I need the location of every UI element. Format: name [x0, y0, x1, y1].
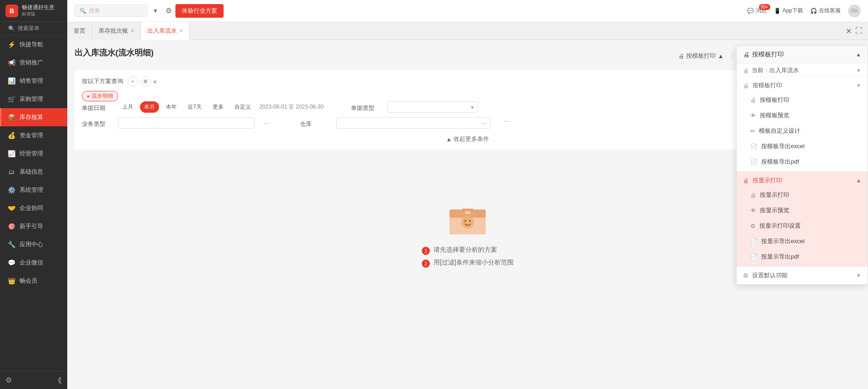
warehouse-select-wrap	[336, 117, 491, 129]
svg-point-4	[461, 216, 474, 229]
inventory-icon: 📦	[7, 113, 16, 122]
date-btn-this-year[interactable]: 本年	[162, 101, 181, 113]
filter-type-label: 业务类型	[82, 117, 109, 128]
date-btn-more[interactable]: 更多	[209, 101, 228, 113]
display-export-pdf-label: 按显示导出pdf	[761, 253, 799, 261]
dropdown-display-section-header[interactable]: 🖨 按显示打印 ▲	[737, 174, 868, 187]
voucher-type-select[interactable]	[387, 101, 478, 113]
dropdown-item-template-export-excel[interactable]: 📄 按模板导出excel	[737, 139, 868, 154]
sidebar-item-quick-nav[interactable]: ⚡ 快捷导航	[0, 35, 67, 54]
sidebar-item-member[interactable]: 👑 畅会员	[0, 272, 67, 290]
online-service-action[interactable]: 🎧 在线客服	[810, 7, 841, 15]
header-gear-icon[interactable]: ⚙	[165, 6, 172, 15]
sidebar-item-system[interactable]: ⚙️ 系统管理	[0, 181, 67, 199]
tab-batch-account-close[interactable]: ×	[131, 28, 134, 34]
sidebar-item-label: 经营管理	[20, 150, 43, 158]
sidebar-item-label: 新手引导	[20, 222, 43, 230]
tab-close-all-button[interactable]: ✕	[846, 27, 852, 35]
display-preview-icon: 👁	[750, 207, 756, 214]
tab-inventory-flow[interactable]: 出入库流水 ×	[141, 22, 190, 40]
collab-icon: 🤝	[7, 204, 16, 213]
sidebar-item-marketing[interactable]: 📢 营销推广	[0, 54, 67, 72]
tab-batch-account[interactable]: 库存批次账 ×	[92, 22, 141, 40]
header-dropdown-arrow[interactable]: ▼	[153, 8, 158, 14]
filter-tag-liushui[interactable]: ● 流水明细	[82, 91, 118, 101]
date-btn-this-month[interactable]: 本月	[140, 101, 159, 113]
sidebar-item-sales[interactable]: 📊 销售管理	[0, 72, 67, 90]
app-download-action[interactable]: 📱 App下载	[774, 7, 803, 15]
sidebar-item-label: 快捷导航	[20, 40, 43, 49]
dropdown-template-section-header[interactable]: 🖨 按模板打印 ▼	[737, 79, 868, 92]
user-avatar[interactable]: Rit	[848, 5, 861, 17]
dropdown-item-display-print[interactable]: 🖨 按显示打印	[737, 187, 868, 203]
dropdown-header-right: ▲	[856, 51, 861, 58]
tab-inventory-flow-close[interactable]: ×	[180, 28, 183, 34]
collapse-filter-button[interactable]: ▲ 收起更多条件	[446, 135, 489, 143]
sidebar-item-label: 基础信息	[20, 168, 43, 176]
sidebar-item-finance[interactable]: 💰 资金管理	[0, 126, 67, 145]
filter-settings-button[interactable]: ⚙	[140, 76, 150, 86]
sidebar-item-purchase[interactable]: 🛒 采购管理	[0, 90, 67, 108]
date-btn-last-7-days[interactable]: 近7天	[184, 101, 206, 113]
date-btn-last-month[interactable]: 上月	[118, 101, 137, 113]
sales-icon: 📊	[7, 76, 16, 85]
template-custom-label: 模板自定义设计	[759, 127, 800, 135]
warehouse-input[interactable]	[336, 117, 491, 129]
message-action[interactable]: 💬 消息 99+	[747, 7, 767, 15]
tab-maximize-button[interactable]: ⛶	[855, 27, 863, 35]
default-section-icon: ⚙	[743, 272, 748, 279]
dropdown-item-display-export-pdf[interactable]: 📄 按显示导出pdf	[737, 249, 868, 264]
sidebar-item-label: 畅会员	[20, 277, 37, 285]
filter-date-range: 2023-06-01 至 2023-06-30	[259, 103, 324, 111]
print-chevron-up-icon: ▲	[718, 53, 723, 60]
template-section-chevron: ▼	[856, 83, 861, 88]
warehouse-more-icon[interactable]: ···	[504, 117, 509, 125]
dropdown-current-chevron[interactable]: ▼	[856, 68, 861, 73]
sidebar-item-guide[interactable]: 🎯 新手引导	[0, 217, 67, 235]
dropdown-item-template-export-pdf[interactable]: 📄 按模板导出pdf	[737, 154, 868, 170]
display-print-settings-label: 按显示打印设置	[759, 222, 801, 230]
dropdown-item-template-print[interactable]: 🖨 按模板打印	[737, 92, 868, 108]
dropdown-display-items: 🖨 按显示打印 👁 按显示预览 ⚙ 按显示打印设置 📄 按显示导出excel 📄…	[737, 187, 868, 264]
dropdown-item-display-print-settings[interactable]: ⚙ 按显示打印设置	[737, 218, 868, 234]
empty-state-icon	[440, 191, 495, 237]
svg-point-6	[469, 220, 471, 222]
header-search-placeholder: 搜索	[89, 7, 100, 15]
header-search-bar[interactable]: 🔍 搜索	[75, 5, 147, 17]
template-print-label: 按模板打印	[760, 96, 789, 104]
default-section-label: 设置默认功能	[752, 271, 788, 279]
dropdown-print-icon: 🖨	[743, 51, 749, 58]
dropdown-default-section-header[interactable]: ⚙ 设置默认功能 ▼	[737, 269, 868, 282]
sidebar-item-apps[interactable]: 🔧 应用中心	[0, 235, 67, 254]
date-btn-custom[interactable]: 自定义	[230, 101, 255, 113]
template-print-icon: 🖨	[750, 97, 756, 104]
settings-footer-icon[interactable]: ⚙	[5, 376, 12, 384]
sidebar-item-base[interactable]: 🗂 基础信息	[0, 163, 67, 181]
dropdown-item-display-preview[interactable]: 👁 按显示预览	[737, 203, 868, 218]
empty-step-1-text: 请先选择要分析的方案	[434, 246, 497, 254]
sidebar-item-operations[interactable]: 📈 经营管理	[0, 145, 67, 163]
sidebar-item-inventory[interactable]: 📦 库存核算	[0, 108, 67, 126]
filter-add-button[interactable]: +	[128, 76, 138, 86]
dropdown-item-template-preview[interactable]: 👁 按模板预览	[737, 108, 868, 123]
business-type-input[interactable]	[118, 117, 254, 129]
display-section-icon: 🖨	[743, 177, 749, 184]
template-export-excel-icon: 📄	[750, 143, 758, 150]
sidebar-item-wechat[interactable]: 💬 企业微信	[0, 254, 67, 272]
print-template-button[interactable]: 🖨 按模板打印 ▲	[675, 50, 727, 62]
dropdown-item-display-export-excel[interactable]: 📄 按显示导出excel	[737, 234, 868, 249]
dropdown-item-template-custom[interactable]: ✏ 模板自定义设计	[737, 123, 868, 139]
sidebar-logo: B 畅捷通好生意 标准版	[0, 0, 67, 22]
sidebar-item-collab[interactable]: 🤝 企业协同	[0, 199, 67, 217]
filter-voucher-type-label: 单据类型	[351, 101, 378, 112]
tab-home[interactable]: 首页	[67, 22, 92, 40]
display-export-excel-icon: 📄	[750, 238, 758, 245]
filter-warehouse-label: 仓库	[300, 117, 327, 128]
sidebar-search[interactable]: 🔍 搜索菜单	[0, 22, 67, 35]
filter-collapse-arrow[interactable]: «	[153, 78, 157, 85]
collapse-sidebar-icon[interactable]: ⟪	[58, 376, 62, 384]
industry-solution-button[interactable]: 体验行业方案	[175, 4, 224, 18]
dropdown-up-chevron[interactable]: ▲	[856, 51, 861, 58]
print-dropdown-panel: 🖨 按模板打印 ▲ 🖨 当前：出入库流水 ▼ 🖨 按模板打印 ▼ 🖨 按模板打印	[736, 45, 868, 285]
dropdown-template-section: 🖨 按模板打印 ▼ 🖨 按模板打印 👁 按模板预览 ✏ 模板自定义设计 📄 按模…	[737, 77, 868, 172]
